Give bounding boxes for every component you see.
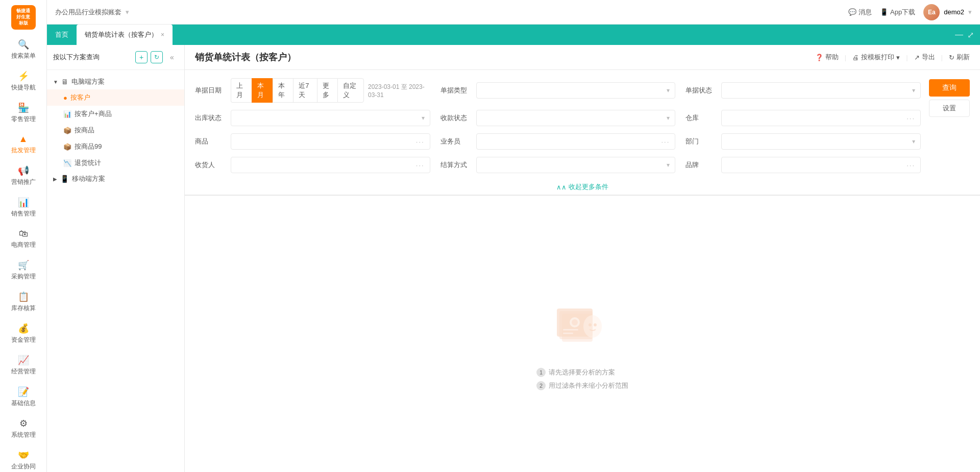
- salesperson-control[interactable]: ···: [476, 133, 676, 150]
- scheme-item-by-goods[interactable]: 📦 按商品: [47, 122, 184, 138]
- filter-payment-status: 收款状态 ▾: [440, 110, 676, 126]
- sidebar-item-enterprise[interactable]: 🤝 企业协同: [0, 444, 46, 472]
- refresh-scheme-button[interactable]: ↻: [151, 51, 163, 63]
- export-button[interactable]: ↗ 导出: [914, 53, 935, 62]
- maximize-tab-button[interactable]: ⤢: [967, 30, 974, 40]
- scheme-item-return-stats[interactable]: 📉 退货统计: [47, 155, 184, 171]
- chevron-down-icon: ▾: [422, 114, 425, 122]
- scheme-group-pc-header[interactable]: ▼ 🖥 电脑端方案: [47, 74, 184, 89]
- filter-row-2: 出库状态 ▾ 收款状态 ▾: [195, 110, 921, 126]
- retail-icon: 🏪: [18, 102, 29, 113]
- hint-text-1: 请先选择要分析的方案: [549, 368, 615, 377]
- chevron-down-icon: ▾: [912, 87, 915, 94]
- collapse-bar[interactable]: ∧∧ 收起更多条件: [185, 179, 980, 195]
- topbar: 办公用品行业模拟账套 ▾ 💬 消息 📱 App下载 Ea demo2 ▾: [47, 0, 980, 25]
- sidebar-item-label: 搜索菜单: [11, 52, 36, 60]
- goods-control[interactable]: ···: [231, 133, 430, 150]
- inventory-icon: 📋: [18, 291, 29, 302]
- sidebar-item-marketing[interactable]: 📢 营销推广: [0, 160, 46, 192]
- date-tab-current-year[interactable]: 本年: [273, 78, 293, 103]
- sidebar-item-operations[interactable]: 📈 经营管理: [0, 349, 46, 381]
- sidebar-item-inventory[interactable]: 📋 库存核算: [0, 286, 46, 318]
- sidebar-item-label: 库存核算: [11, 304, 36, 313]
- refresh-button[interactable]: ↻ 刷新: [949, 53, 970, 62]
- doc-status-control[interactable]: ▾: [721, 82, 921, 99]
- pc-icon: 🖥: [61, 78, 68, 86]
- divider2: |: [906, 54, 908, 61]
- sidebar-item-label: 经营管理: [11, 367, 36, 376]
- tab-home[interactable]: 首页: [47, 25, 77, 45]
- message-button[interactable]: 💬 消息: [848, 8, 872, 17]
- basic-icon: 📝: [18, 386, 29, 397]
- sidebar-item-retail[interactable]: 🏪 零售管理: [0, 97, 46, 129]
- scheme-item-by-customer-goods[interactable]: 📊 按客户+商品: [47, 106, 184, 122]
- collapse-label: 收起更多条件: [569, 182, 608, 192]
- scheme-item-by-goods-99[interactable]: 📦 按商品99: [47, 138, 184, 155]
- app-download-button[interactable]: 📱 App下载: [880, 8, 915, 17]
- add-scheme-button[interactable]: +: [135, 51, 148, 63]
- query-button[interactable]: 查询: [929, 79, 970, 97]
- sidebar-item-purchase[interactable]: 🛒 采购管理: [0, 254, 46, 286]
- scheme-item-by-customer[interactable]: ● 按客户: [47, 89, 184, 106]
- chevron-down-icon[interactable]: ▾: [126, 8, 129, 16]
- ecommerce-icon: 🛍: [19, 228, 28, 239]
- chevron-down-icon: ▾: [912, 138, 915, 145]
- sidebar-item-basic[interactable]: 📝 基础信息: [0, 381, 46, 413]
- hint-num-1: 1: [536, 368, 546, 377]
- user-chevron-icon: ▾: [968, 8, 972, 16]
- sidebar-item-ecommerce[interactable]: 🛍 电商管理: [0, 223, 46, 254]
- content-area: 按以下方案查询 + ↻ « ▼: [47, 45, 980, 472]
- sidebar-item-finance[interactable]: 💰 资金管理: [0, 318, 46, 349]
- goods-label: 商品: [195, 137, 231, 146]
- brand-control[interactable]: ···: [721, 157, 921, 173]
- doc-type-control[interactable]: ▾: [476, 82, 676, 99]
- date-tab-last-month[interactable]: 上月: [231, 78, 252, 103]
- more-icon: ···: [662, 138, 670, 146]
- sidebar-item-quick-nav[interactable]: ⚡ 快捷导航: [0, 65, 46, 97]
- sidebar-item-wholesale[interactable]: ▲ 批发管理: [0, 129, 46, 160]
- refresh-icon: ↻: [154, 54, 159, 61]
- date-tab-more[interactable]: 更多: [317, 78, 338, 103]
- recipient-control[interactable]: ···: [231, 157, 430, 173]
- warehouse-control[interactable]: ···: [721, 110, 921, 126]
- empty-state: 1 请先选择要分析的方案 2 用过滤条件来缩小分析范围: [185, 196, 980, 472]
- date-tab-last-7-days[interactable]: 近7天: [293, 78, 316, 103]
- sidebar-item-label: 企业协同: [11, 462, 36, 471]
- filter-settlement: 结算方式 ▾: [440, 157, 676, 173]
- date-tab-current-month[interactable]: 本月: [252, 78, 273, 103]
- help-button[interactable]: ❓ 帮助: [815, 53, 839, 62]
- collapse-button[interactable]: ∧∧ 收起更多条件: [556, 182, 608, 192]
- avatar: Ea: [923, 4, 940, 20]
- scheme-item-label: 按客户: [70, 93, 90, 102]
- minimize-tab-button[interactable]: —: [955, 30, 963, 39]
- svg-point-4: [572, 319, 578, 325]
- sidebar-item-system[interactable]: ⚙ 系统管理: [0, 413, 46, 444]
- finance-icon: 💰: [18, 323, 29, 334]
- date-tab-custom[interactable]: 自定义: [337, 78, 364, 103]
- sidebar-item-search[interactable]: 🔍 搜索菜单: [0, 34, 46, 65]
- topbar-right: 💬 消息 📱 App下载 Ea demo2 ▾: [848, 4, 972, 20]
- out-status-control[interactable]: ▾: [231, 110, 430, 126]
- settlement-control[interactable]: ▾: [476, 157, 676, 173]
- hint-text-2: 用过滤条件来缩小分析范围: [549, 381, 628, 390]
- collapse-scheme-button[interactable]: «: [166, 51, 178, 63]
- scheme-item-label: 按商品99: [75, 142, 102, 151]
- scheme-group-mobile: ▶ 📱 移动端方案: [47, 171, 184, 186]
- payment-status-control[interactable]: ▾: [476, 110, 676, 126]
- group-label: 电脑端方案: [71, 77, 105, 86]
- scheme-header: 按以下方案查询 + ↻ «: [47, 45, 184, 70]
- user-area[interactable]: Ea demo2 ▾: [923, 4, 972, 20]
- page-title: 销货单统计表（按客户）: [195, 51, 296, 63]
- date-label: 单据日期: [195, 86, 231, 95]
- export-icon: ↗: [914, 54, 920, 61]
- department-control[interactable]: ▾: [721, 133, 921, 150]
- add-icon: +: [139, 53, 143, 61]
- template-print-button[interactable]: 🖨 按模板打印 ▾: [852, 53, 900, 62]
- scheme-item-label: 按客户+商品: [75, 109, 112, 119]
- scheme-group-mobile-header[interactable]: ▶ 📱 移动端方案: [47, 171, 184, 186]
- sidebar-item-sales[interactable]: 📊 销售管理: [0, 192, 46, 223]
- tab-sales-stats[interactable]: 销货单统计表（按客户） ×: [77, 25, 173, 45]
- settings-button[interactable]: 设置: [929, 100, 970, 117]
- tab-close-button[interactable]: ×: [161, 31, 164, 38]
- warehouse-label: 仓库: [685, 113, 721, 123]
